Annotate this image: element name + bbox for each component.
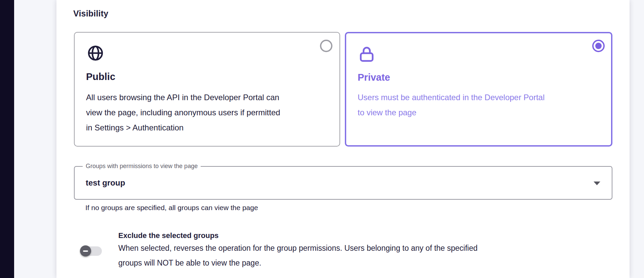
exclude-groups-description: When selected, reverses the operation fo… (118, 241, 478, 270)
radio-selected-dot (595, 43, 602, 49)
visibility-options: Public All users browsing the API in the… (74, 32, 612, 147)
exclude-groups-label: Exclude the selected groups (118, 231, 478, 241)
description-line: groups will NOT be able to view the page… (118, 255, 478, 270)
visibility-option-public[interactable]: Public All users browsing the API in the… (74, 32, 340, 147)
groups-helper-text: If no groups are specified, all groups c… (85, 203, 258, 212)
content-panel: Visibility Public All users browsing the… (56, 0, 630, 278)
description-line: view the page, including anonymous users… (86, 105, 330, 120)
exclude-groups-texts: Exclude the selected groups When selecte… (118, 231, 478, 270)
public-description: All users browsing the API in the Develo… (86, 90, 330, 135)
visibility-option-private[interactable]: Private Users must be authenticated in t… (345, 32, 612, 147)
lock-icon (358, 45, 375, 66)
public-radio[interactable] (320, 40, 332, 52)
exclude-groups-row: Exclude the selected groups When selecte… (80, 231, 478, 270)
private-radio[interactable] (592, 40, 605, 52)
description-line: All users browsing the API in the Develo… (86, 90, 330, 105)
toggle-thumb[interactable] (80, 245, 91, 256)
exclude-groups-toggle[interactable] (80, 246, 102, 256)
dropdown-caret-icon[interactable] (594, 182, 600, 185)
description-line: Users must be authenticated in the Devel… (358, 90, 602, 105)
groups-select[interactable]: Groups with permissions to view the page… (74, 166, 612, 200)
groups-select-value: test group (86, 178, 125, 188)
private-description: Users must be authenticated in the Devel… (358, 90, 602, 120)
public-title: Public (86, 71, 115, 82)
sidebar (0, 0, 14, 278)
minus-icon (83, 250, 88, 252)
private-title: Private (358, 72, 390, 83)
groups-select-label: Groups with permissions to view the page (83, 163, 201, 170)
globe-icon (87, 44, 104, 63)
description-line: When selected, reverses the operation fo… (118, 241, 478, 255)
description-line: in Settings > Authentication (86, 120, 330, 135)
description-line: to view the page (358, 105, 602, 120)
page-title: Visibility (73, 9, 108, 18)
